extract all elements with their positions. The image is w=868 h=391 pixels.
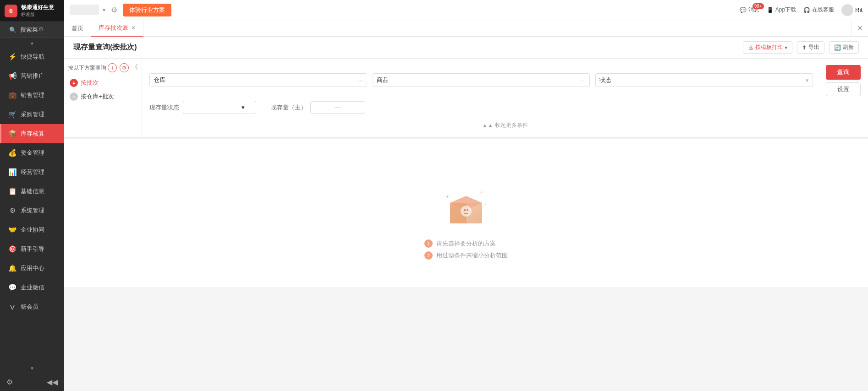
column-settings-btn[interactable]: 设置 xyxy=(826,82,861,96)
sidebar-menu: ⚡ 快捷导航 📢 营销推广 💼 销售管理 🛒 采购管理 📦 库存核算 💰 资金管… xyxy=(0,47,64,364)
tab-0[interactable]: 首页 xyxy=(64,20,91,37)
hint-text-1: 请先选择要分析的方案 xyxy=(436,239,496,248)
sidebar-label-6: 经营管理 xyxy=(21,168,44,176)
scheme-item-warehouse-batch[interactable]: ○ 按仓库+批次 xyxy=(68,90,138,103)
sidebar-search[interactable]: 🔍 搜索菜单 xyxy=(0,22,64,38)
print-dropdown-icon: ▾ xyxy=(785,44,787,51)
scheme-warehouse-batch-icon: ○ xyxy=(70,92,78,101)
sidebar-item-5[interactable]: 💰 资金管理 xyxy=(0,143,64,163)
hint-num-1: 1 xyxy=(424,239,433,248)
export-btn[interactable]: ⬆ 导出 xyxy=(797,41,824,54)
sidebar-item-1[interactable]: 📢 营销推广 xyxy=(0,66,64,86)
breadcrumb xyxy=(70,5,99,15)
svg-text:✦: ✦ xyxy=(484,203,487,206)
status-dropdown-icon: ▾ xyxy=(806,77,809,84)
query-btn[interactable]: 查询 xyxy=(826,65,861,80)
scheme-add-btn[interactable]: + xyxy=(108,63,117,72)
logo-char: 6 xyxy=(9,7,13,15)
sidebar-icon-3: 🛒 xyxy=(8,110,17,119)
sidebar-item-10[interactable]: 🎯 新手引导 xyxy=(0,239,64,259)
sidebar-item-4[interactable]: 📦 库存核算 xyxy=(0,124,64,143)
collapse-more-btn[interactable]: ▲▲ 收起更多条件 xyxy=(149,119,861,132)
filter-area: 仓库 ··· 商品 ··· 状态 ▾ xyxy=(142,59,868,137)
scheme-settings-btn[interactable]: ⚙ xyxy=(120,63,129,72)
template-print-btn[interactable]: 🖨 按模板打印 ▾ xyxy=(743,41,792,54)
refresh-btn[interactable]: 🔄 刷新 xyxy=(829,41,859,54)
scheme-warehouse-batch-label: 按仓库+批次 xyxy=(81,92,114,101)
topbar-gear-icon[interactable]: ⚙ xyxy=(111,5,117,14)
sidebar-bottom: ⚙ ◀◀ xyxy=(0,373,64,391)
message-btn[interactable]: 💬 消息 99+ xyxy=(740,6,759,14)
sidebar-item-6[interactable]: 📊 经营管理 xyxy=(0,163,64,182)
phone-icon: 📱 xyxy=(767,7,774,13)
product-input[interactable]: 商品 ··· xyxy=(373,73,590,87)
tab-area-close-btn[interactable]: ✕ xyxy=(852,20,868,37)
svg-point-6 xyxy=(467,209,468,211)
filter-row-2: 现存量状态 ▾ 现存量（主） — xyxy=(149,101,861,114)
svg-text:✦: ✦ xyxy=(480,190,483,195)
sidebar-item-3[interactable]: 🛒 采购管理 xyxy=(0,105,64,124)
sidebar-item-7[interactable]: 📋 基础信息 xyxy=(0,182,64,201)
sidebar-item-9[interactable]: 🤝 企业协同 xyxy=(0,220,64,239)
hint-num-2: 2 xyxy=(424,251,433,260)
export-label: 导出 xyxy=(808,43,819,51)
template-print-label: 按模板打印 xyxy=(755,43,783,51)
tab-label-0: 首页 xyxy=(71,24,83,33)
select-value xyxy=(187,103,214,111)
refresh-icon: 🔄 xyxy=(834,44,841,51)
collapse-icon[interactable]: ◀◀ xyxy=(47,378,58,386)
product-field: 商品 ··· xyxy=(373,73,590,87)
sidebar-label-8: 系统管理 xyxy=(21,206,44,215)
sidebar-scroll-up[interactable]: ▲ xyxy=(0,38,64,47)
user-area[interactable]: Rit xyxy=(841,4,863,16)
sidebar-label-5: 资金管理 xyxy=(21,149,44,157)
empty-state: ✦ ✦ ✦ 1 请先选择要分析的方案 2 用过滤条件来缩小分析范围 xyxy=(64,139,868,287)
status-input[interactable]: 状态 ▾ xyxy=(595,73,813,87)
page-title: 现存量查询(按批次) xyxy=(73,43,137,52)
sidebar-label-10: 新手引导 xyxy=(21,245,44,253)
warehouse-field: 仓库 ··· xyxy=(149,73,367,87)
inventory-qty-dash[interactable]: — xyxy=(310,101,365,114)
sidebar-icon-10: 🎯 xyxy=(8,244,17,254)
search-label: 搜索菜单 xyxy=(20,26,44,34)
inventory-status-select[interactable]: ▾ xyxy=(183,101,256,114)
experience-btn[interactable]: 体验行业方案 xyxy=(123,4,171,16)
tab-close-1[interactable]: ✕ xyxy=(131,25,136,31)
collapse-label: 收起更多条件 xyxy=(495,121,528,129)
online-service-btn[interactable]: 🎧 在线客服 xyxy=(803,6,834,14)
sidebar-icon-13: V xyxy=(8,302,17,311)
collapse-chevron-icon: ▲▲ xyxy=(482,122,493,129)
settings-icon[interactable]: ⚙ xyxy=(6,378,13,386)
edition-label: 标准版 xyxy=(21,11,54,18)
sidebar-item-13[interactable]: V 畅会员 xyxy=(0,297,64,316)
sidebar-item-11[interactable]: 🔔 应用中心 xyxy=(0,259,64,278)
sidebar-label-4: 库存核算 xyxy=(21,130,44,138)
sidebar-icon-6: 📊 xyxy=(8,168,17,177)
filter-row-1: 仓库 ··· 商品 ··· 状态 ▾ xyxy=(149,64,861,96)
breadcrumb-dropdown[interactable]: ▾ xyxy=(103,7,105,13)
sidebar-item-0[interactable]: ⚡ 快捷导航 xyxy=(0,47,64,66)
sidebar-label-0: 快捷导航 xyxy=(21,53,44,61)
user-name: Rit xyxy=(855,6,863,13)
app-download-btn[interactable]: 📱 App下载 xyxy=(767,6,796,14)
tabbar: 首页库存批次账✕✕ xyxy=(64,20,868,37)
sidebar-icon-5: 💰 xyxy=(8,148,17,157)
warehouse-input[interactable]: 仓库 ··· xyxy=(149,73,367,87)
status-label: 状态 xyxy=(599,76,611,84)
sidebar-item-2[interactable]: 💼 销售管理 xyxy=(0,86,64,105)
sidebar: 6 畅康通好生意 标准版 🔍 搜索菜单 ▲ ⚡ 快捷导航 📢 营销推广 💼 销售… xyxy=(0,0,64,391)
tab-1[interactable]: 库存批次账✕ xyxy=(91,20,143,37)
sidebar-item-8[interactable]: ⚙ 系统管理 xyxy=(0,201,64,220)
empty-illustration: ✦ ✦ ✦ xyxy=(439,175,494,230)
sidebar-item-12[interactable]: 💬 企业微信 xyxy=(0,278,64,297)
sidebar-scroll-down[interactable]: ▼ xyxy=(0,364,64,373)
page-actions: 🖨 按模板打印 ▾ ⬆ 导出 🔄 刷新 xyxy=(743,41,859,54)
scheme-item-batch[interactable]: ● 按批次 xyxy=(68,76,138,90)
inventory-status-field: 现存量状态 ▾ xyxy=(149,101,256,114)
sidebar-header: 6 畅康通好生意 标准版 xyxy=(0,0,64,22)
topbar-right: 💬 消息 99+ 📱 App下载 🎧 在线客服 Rit xyxy=(740,4,863,16)
inventory-status-label: 现存量状态 xyxy=(149,103,179,112)
sidebar-icon-12: 💬 xyxy=(8,283,17,292)
scheme-collapse-btn[interactable]: 《 xyxy=(132,63,138,72)
sidebar-icon-0: ⚡ xyxy=(8,52,17,61)
